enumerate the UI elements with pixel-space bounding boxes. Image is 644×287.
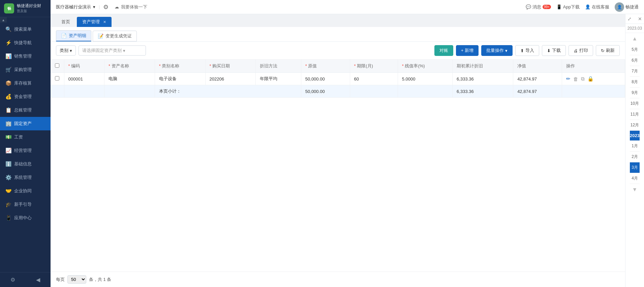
tab-close-btn[interactable]: ✕ xyxy=(103,20,106,24)
month-item[interactable]: 12月 xyxy=(630,120,640,131)
app-download-btn[interactable]: 📱 App下载 xyxy=(556,4,580,10)
tabs-bar: 首页 资产管理 ✕ xyxy=(51,14,625,27)
fund-icon: 💰 xyxy=(5,94,11,100)
sub-tab-change-voucher[interactable]: 📝 变更生成凭证 xyxy=(93,31,137,41)
month-item[interactable]: 6月 xyxy=(630,55,640,66)
batch-btn[interactable]: 批量操作 ▾ xyxy=(481,45,513,56)
month-item[interactable]: 7月 xyxy=(630,66,640,77)
sidebar-item-enterprise[interactable]: 🤝企业协同 xyxy=(0,184,51,198)
sidebar-item-app-center[interactable]: 📱应用中心 xyxy=(0,211,51,225)
sidebar-scroll-up[interactable]: ▲ xyxy=(0,17,7,23)
tab-home[interactable]: 首页 xyxy=(56,17,75,27)
sidebar-item-label: 搜索菜单 xyxy=(14,26,32,32)
month-item[interactable]: 2月 xyxy=(630,152,640,162)
sidebar-item-quick-nav[interactable]: ⚡快捷导航 xyxy=(0,36,51,50)
sidebar-item-system[interactable]: ⚙️系统管理 xyxy=(0,171,51,184)
tab-asset-mgmt[interactable]: 资产管理 ✕ xyxy=(77,17,112,27)
subtotal-original-value: 50,000.00 xyxy=(301,85,350,98)
sidebar-menu: 🔍搜索菜单⚡快捷导航📊销售管理🛒采购管理📦库存核算💰资金管理📋总账管理🏢固定资产… xyxy=(0,23,51,272)
month-item[interactable]: 10月 xyxy=(630,98,640,109)
sidebar-item-label: 固定资产 xyxy=(14,121,32,127)
toolbar: 类别 ▾ 请选择固定资产类别 ▾ 对账 + 新增 xyxy=(51,42,625,60)
company-selector[interactable]: 医疗器械行业演示 ▾ xyxy=(56,4,95,10)
asset-type-dropdown-icon: ▾ xyxy=(123,48,125,53)
lock-icon[interactable]: 🔒 xyxy=(587,76,594,82)
asset-table: 编码 资产名称 类别名称 购买日期 折旧方法 原值 期限(月) 残值率(%) 期… xyxy=(51,60,625,98)
month-item[interactable]: 11月 xyxy=(630,109,640,120)
sidebar-item-search[interactable]: 🔍搜索菜单 xyxy=(0,23,51,36)
table-footer: 每页 50 100 200 条，共 1 条 xyxy=(51,272,625,287)
col-original-value: 原值 xyxy=(301,60,350,73)
sidebar-item-sales[interactable]: 📊销售管理 xyxy=(0,50,51,63)
message-btn[interactable]: 💬 消息 99+ xyxy=(526,4,551,10)
asset-type-filter[interactable]: 请选择固定资产类别 ▾ xyxy=(79,45,146,56)
sidebar-item-fund[interactable]: 💰资金管理 xyxy=(0,90,51,103)
right-panel-nav-down: ▼ xyxy=(631,184,639,195)
nav-up-icon[interactable]: ▲ xyxy=(631,34,639,43)
month-item[interactable]: 9月 xyxy=(630,88,640,98)
sidebar-item-label: 快捷导航 xyxy=(14,40,32,46)
app-download-icon: 📱 xyxy=(556,4,562,9)
col-accumulated-depreciation: 期初累计折旧 xyxy=(453,60,513,73)
refresh-btn[interactable]: ↻ 刷新 xyxy=(596,45,620,56)
right-panel: ⤢ ✕ 2023.03 ▲ 5月6月7月8月9月10月11月12月20231月2… xyxy=(625,14,644,287)
batch-dropdown-icon: ▾ xyxy=(505,48,508,53)
month-item[interactable]: 8月 xyxy=(630,77,640,88)
edit-icon[interactable]: ✏ xyxy=(566,76,571,82)
month-item[interactable]: 4月 xyxy=(630,173,640,184)
print-icon: 🖨 xyxy=(574,48,578,53)
print-btn[interactable]: 🖨 打印 xyxy=(569,45,593,56)
sidebar-item-label: 库存核算 xyxy=(14,80,32,86)
subtotal-net-value: 42,874.97 xyxy=(513,85,562,98)
table-row: 000001 电脑 电子设备 202206 年限平均 50,000.00 60 … xyxy=(51,73,625,85)
sidebar-item-fixed-assets[interactable]: 🏢固定资产 xyxy=(0,117,51,130)
user-info[interactable]: 👤 畅捷通 xyxy=(615,2,639,12)
refresh-icon: ↻ xyxy=(601,48,605,53)
app-title-block: 畅捷通好业财 普及版 xyxy=(17,3,41,13)
right-panel-close-btn[interactable]: ✕ xyxy=(638,16,642,22)
month-item[interactable]: 3月 xyxy=(630,162,640,173)
download-btn[interactable]: ⬇ 下载 xyxy=(542,45,566,56)
right-panel-expand-icon[interactable]: ⤢ xyxy=(627,16,632,22)
cell-category-name: 电子设备 xyxy=(155,73,205,85)
experience-btn[interactable]: ☁ 我要体验一下 xyxy=(115,4,147,10)
months-list: 5月6月7月8月9月10月11月12月20231月2月3月4月 xyxy=(630,44,640,184)
business-icon: 📈 xyxy=(5,148,11,154)
sidebar-item-label: 销售管理 xyxy=(14,53,32,59)
month-item[interactable]: 1月 xyxy=(630,141,640,152)
table-area[interactable]: 编码 资产名称 类别名称 购买日期 折旧方法 原值 期限(月) 残值率(%) 期… xyxy=(51,60,625,272)
company-dropdown-icon: ▾ xyxy=(93,4,95,9)
settings-icon[interactable]: ⚙ xyxy=(8,275,18,284)
sidebar-item-basic-info[interactable]: ℹ️基础信息 xyxy=(0,157,51,171)
sidebar-item-inventory[interactable]: 📦库存核算 xyxy=(0,76,51,90)
sidebar-item-guide[interactable]: 🎓新手引导 xyxy=(0,198,51,211)
sub-tab-asset-detail[interactable]: 📄 资产明细 xyxy=(56,30,91,41)
sidebar-item-business[interactable]: 📈经营管理 xyxy=(0,144,51,157)
page-size-select[interactable]: 50 100 200 xyxy=(67,275,86,284)
month-item[interactable]: 5月 xyxy=(630,44,640,55)
sidebar-item-payroll[interactable]: 💵工资 xyxy=(0,130,51,144)
new-btn[interactable]: + 新增 xyxy=(456,45,479,56)
category-filter[interactable]: 类别 ▾ xyxy=(56,45,76,56)
app-download-label: App下载 xyxy=(563,4,580,10)
settings-icon[interactable]: ⚙ xyxy=(103,3,109,11)
experience-icon: ☁ xyxy=(115,4,119,9)
sidebar-item-ledger[interactable]: 📋总账管理 xyxy=(0,103,51,117)
enterprise-icon: 🤝 xyxy=(5,188,11,194)
reconcile-btn[interactable]: 对账 xyxy=(434,45,453,56)
topbar-right: 💬 消息 99+ 📱 App下载 👤 在线客服 👤 畅捷通 xyxy=(526,2,639,12)
right-panel-header: ⤢ ✕ xyxy=(625,14,644,24)
online-service-btn[interactable]: 👤 在线客服 xyxy=(585,4,609,10)
year-2023-label[interactable]: 2023 xyxy=(630,131,640,141)
collapse-icon[interactable]: ◀ xyxy=(33,275,43,284)
row-checkbox[interactable] xyxy=(55,76,59,81)
copy-icon[interactable]: ⧉ xyxy=(581,76,585,82)
sidebar-item-purchase[interactable]: 🛒采购管理 xyxy=(0,63,51,76)
page-size-label: 每页 xyxy=(56,277,65,283)
sub-tabs: 📄 资产明细 📝 变更生成凭证 xyxy=(51,27,625,42)
sidebar-item-label: 企业协同 xyxy=(14,188,32,194)
import-btn[interactable]: ⬆ 导入 xyxy=(515,45,539,56)
select-all-checkbox[interactable] xyxy=(55,63,59,68)
delete-icon[interactable]: 🗑 xyxy=(573,76,578,82)
nav-down-icon[interactable]: ▼ xyxy=(631,185,639,194)
